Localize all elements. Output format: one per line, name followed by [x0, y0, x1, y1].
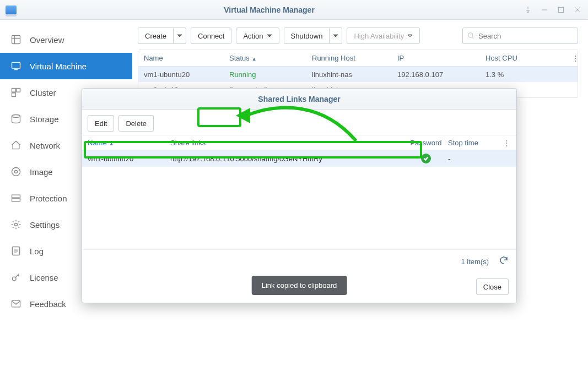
minimize-icon[interactable] — [540, 5, 549, 15]
cell-name: vm1-ubuntu20 — [88, 155, 170, 163]
window-titlebar: Virtual Machine Manager — [0, 0, 588, 20]
modal-overlay: Shared Links Manager Edit Delete Name▲ S… — [0, 20, 588, 366]
svg-rect-0 — [558, 7, 563, 12]
cell-password — [404, 154, 448, 163]
check-icon — [421, 154, 431, 163]
toast-message: Link copied to clipboard — [252, 276, 347, 295]
dialog-footer: 1 item(s) — [82, 249, 516, 273]
delete-button[interactable]: Delete — [118, 115, 154, 132]
close-icon[interactable] — [573, 5, 582, 15]
dialog-toolbar: Edit Delete — [82, 110, 516, 135]
app-icon — [6, 6, 17, 14]
cell-stop: - — [448, 155, 503, 163]
col-name[interactable]: Name▲ — [88, 139, 170, 147]
col-password[interactable]: Password — [404, 139, 448, 147]
close-button[interactable]: Close — [476, 278, 509, 295]
col-stop-time[interactable]: Stop time — [448, 139, 503, 147]
cell-link: http://192.168.0.110:5000/sharing/cGeNYH… — [170, 155, 404, 163]
sort-asc-icon: ▲ — [109, 141, 114, 146]
item-count: 1 item(s) — [461, 258, 489, 266]
refresh-button[interactable] — [499, 255, 509, 267]
pin-icon[interactable] — [523, 5, 533, 15]
dialog-table-row[interactable]: vm1-ubuntu20 http://192.168.0.110:5000/s… — [82, 150, 516, 167]
app-title: Virtual Machine Manager — [22, 6, 516, 14]
col-more-icon[interactable]: ⋮ — [503, 139, 511, 147]
col-share-link[interactable]: Share links — [170, 139, 404, 147]
edit-button[interactable]: Edit — [88, 115, 114, 132]
maximize-icon[interactable] — [556, 5, 566, 15]
dialog-title: Shared Links Manager — [82, 89, 516, 110]
dialog-table-header: Name▲ Share links Password Stop time ⋮ — [82, 135, 516, 150]
shared-links-dialog: Shared Links Manager Edit Delete Name▲ S… — [82, 88, 517, 303]
